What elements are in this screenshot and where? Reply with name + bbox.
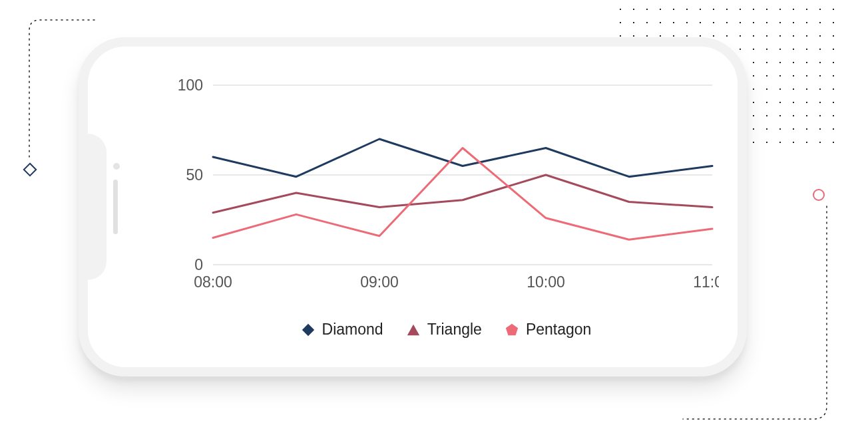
svg-text:50: 50 (186, 166, 203, 184)
phone-frame: 05010008:0009:0010:0011:00 Diamond Trian… (79, 37, 747, 376)
phone-speaker (113, 180, 118, 234)
line-chart: 05010008:0009:0010:0011:00 (173, 78, 719, 298)
svg-text:10:00: 10:00 (527, 273, 565, 291)
legend-label-diamond: Diamond (322, 321, 383, 339)
phone-notch (88, 134, 107, 280)
legend-item-triangle[interactable]: Triangle (406, 321, 482, 339)
svg-text:100: 100 (178, 78, 203, 94)
legend-label-triangle: Triangle (427, 321, 482, 339)
phone-screen: 05010008:0009:0010:0011:00 Diamond Trian… (88, 47, 738, 367)
pentagon-icon (505, 323, 519, 337)
svg-text:08:00: 08:00 (194, 273, 232, 291)
decorative-diamond-icon (23, 162, 37, 177)
decorative-circle-icon (813, 189, 825, 201)
svg-text:0: 0 (194, 256, 203, 273)
diamond-icon (301, 323, 316, 337)
triangle-icon (406, 323, 421, 337)
legend-item-pentagon[interactable]: Pentagon (505, 321, 591, 339)
chart-legend: Diamond Triangle Pentagon (173, 321, 719, 339)
legend-label-pentagon: Pentagon (526, 321, 591, 339)
svg-text:09:00: 09:00 (360, 273, 399, 291)
phone-camera (113, 163, 120, 170)
svg-text:11:00: 11:00 (693, 273, 719, 291)
legend-item-diamond[interactable]: Diamond (301, 321, 383, 339)
chart-container: 05010008:0009:0010:0011:00 Diamond Trian… (173, 78, 719, 345)
